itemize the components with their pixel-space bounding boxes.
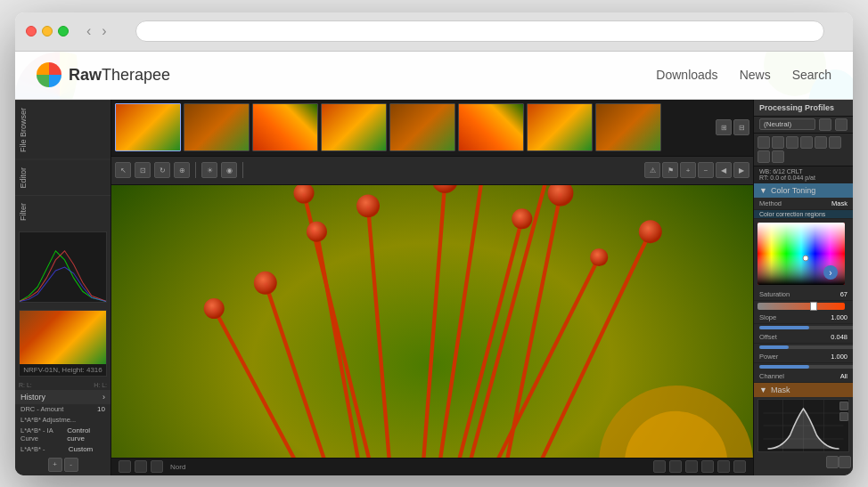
film-thumbnail[interactable] <box>458 103 524 151</box>
status-tool-btn[interactable] <box>135 460 147 473</box>
sidebar-tab-editor[interactable]: Editor <box>15 159 111 196</box>
offset-row: Offset 0.048 <box>754 331 853 344</box>
back-button[interactable]: ‹ <box>83 21 94 41</box>
tool-zoom[interactable]: ⊕ <box>174 162 190 178</box>
sidebar-remove-button[interactable]: - <box>64 458 78 472</box>
film-thumbnail[interactable] <box>184 103 250 151</box>
history-item-value: Custom curve <box>69 445 105 453</box>
corrections-label: Mask <box>831 199 848 207</box>
zoom-in-btn[interactable] <box>669 460 682 473</box>
sidebar-tab-filebrowser[interactable]: File Browser <box>15 100 111 159</box>
sidebar-add-button[interactable]: + <box>48 458 62 472</box>
thumb-image <box>253 104 317 150</box>
nav-preview-img <box>20 311 106 364</box>
close-button[interactable] <box>26 26 37 37</box>
film-thumbnail[interactable] <box>115 103 181 151</box>
filmstrip-controls: ⊞ ⊟ <box>716 119 749 135</box>
curve-btn-2[interactable] <box>839 412 848 421</box>
tool-select[interactable]: ↖ <box>115 162 131 178</box>
status-tool-btn[interactable] <box>119 460 131 473</box>
saturation-row: Saturation 67 <box>754 288 853 301</box>
color-toning-header[interactable]: ▼ Color Toning <box>754 183 853 198</box>
saturation-bar[interactable] <box>757 303 845 310</box>
color-wheel[interactable]: › <box>757 223 845 285</box>
rp-bottom-btn-1[interactable] <box>826 456 839 468</box>
history-header[interactable]: History › <box>15 390 111 404</box>
browser-window: ‹ › RawTherapee Downloads News Sear <box>15 12 853 475</box>
list-item[interactable]: L*A*B* - IA Curve Control curve <box>15 426 111 444</box>
nav-news[interactable]: News <box>740 68 771 82</box>
rp-load-btn[interactable] <box>835 118 848 131</box>
zoom-out-btn[interactable] <box>653 460 666 473</box>
nav-search[interactable]: Search <box>792 68 831 82</box>
tool-crop[interactable]: ⊡ <box>135 162 151 178</box>
thumb-image <box>322 104 386 150</box>
canvas-area <box>111 185 753 458</box>
sidebar-tab-filter[interactable]: Filter <box>15 195 111 228</box>
rp-tool-detail[interactable] <box>786 136 798 149</box>
filmstrip-btn[interactable]: ⊞ <box>716 119 732 135</box>
status-tool-btn[interactable] <box>151 460 163 473</box>
film-thumbnail[interactable] <box>389 103 455 151</box>
rp-save-btn[interactable] <box>819 118 831 131</box>
film-thumbnail[interactable] <box>527 103 593 151</box>
rp-tool-advanced[interactable] <box>757 150 770 163</box>
tool-wb[interactable]: ☀ <box>201 162 217 178</box>
list-item[interactable]: L*A*B* Adjustme... <box>15 415 111 426</box>
prev-btn[interactable] <box>717 460 730 473</box>
rp-title: Processing Profiles <box>759 103 834 112</box>
coord-x: R: L: <box>19 382 32 388</box>
address-bar[interactable] <box>135 20 824 42</box>
tool-prev[interactable]: ◀ <box>716 162 732 178</box>
rp-tool-color[interactable] <box>772 136 784 149</box>
offset-value: 0.048 <box>831 333 848 341</box>
film-thumbnail[interactable] <box>252 103 318 151</box>
rp-tool-transform[interactable] <box>800 136 813 149</box>
list-item[interactable]: DRC - Amount 10 <box>15 404 111 415</box>
thumb-image <box>116 104 180 150</box>
tool-color[interactable]: ◉ <box>221 162 237 178</box>
site-nav: Downloads News Search <box>656 68 831 82</box>
nav-downloads[interactable]: Downloads <box>656 68 717 82</box>
tool-rotate[interactable]: ↻ <box>154 162 170 178</box>
curve-side-buttons <box>838 400 848 423</box>
tool-zoom-in[interactable]: + <box>680 162 696 178</box>
maximize-button[interactable] <box>58 26 69 37</box>
film-thumbnail[interactable] <box>595 103 661 151</box>
curve-btn-1[interactable] <box>839 402 848 410</box>
mask-section-header[interactable]: ▼ Mask <box>754 383 853 397</box>
tool-next[interactable]: ▶ <box>733 162 749 178</box>
right-toolbar-group: ⚠ ⚑ + − ◀ ▶ <box>644 162 749 178</box>
power-slider-fill <box>759 365 809 369</box>
photo-overlay <box>111 185 753 458</box>
slope-label: Slope <box>759 313 776 321</box>
thumb-image <box>459 104 523 150</box>
zoom-100-btn[interactable] <box>701 460 714 473</box>
preset-dropdown[interactable]: (Neutral) <box>759 118 815 130</box>
minimize-button[interactable] <box>42 26 53 37</box>
slope-slider[interactable] <box>759 326 853 329</box>
list-item[interactable]: L*A*B* - Cromatc... Custom curve <box>15 444 111 453</box>
forward-button[interactable]: › <box>98 21 110 41</box>
rp-tool-exposure[interactable] <box>757 136 770 149</box>
tool-flag[interactable]: ⚑ <box>662 162 678 178</box>
toolbar-separator <box>195 162 196 178</box>
history-item-label: L*A*B* - IA Curve <box>20 426 67 442</box>
zoom-fit-btn[interactable] <box>685 460 698 473</box>
rp-tool-metadata[interactable] <box>829 136 841 149</box>
status-tools-right <box>653 460 746 473</box>
history-panel: History › DRC - Amount 10 L*A*B* Adjustm… <box>15 390 111 453</box>
status-text-left: Nord <box>170 463 185 471</box>
site-logo: RawTherapee <box>37 62 170 87</box>
offset-slider[interactable] <box>759 345 853 349</box>
next-btn[interactable] <box>733 460 746 473</box>
tool-zoom-out[interactable]: − <box>698 162 714 178</box>
tool-warning[interactable]: ⚠ <box>644 162 660 178</box>
history-label: History <box>20 393 45 402</box>
rp-bottom-btn-2[interactable] <box>839 456 851 468</box>
rp-tool-raw[interactable] <box>815 136 827 149</box>
rp-tool-wavelet[interactable] <box>772 150 784 163</box>
film-thumbnail[interactable] <box>321 103 387 151</box>
filmstrip-btn[interactable]: ⊟ <box>733 119 749 135</box>
power-slider[interactable] <box>759 365 853 369</box>
